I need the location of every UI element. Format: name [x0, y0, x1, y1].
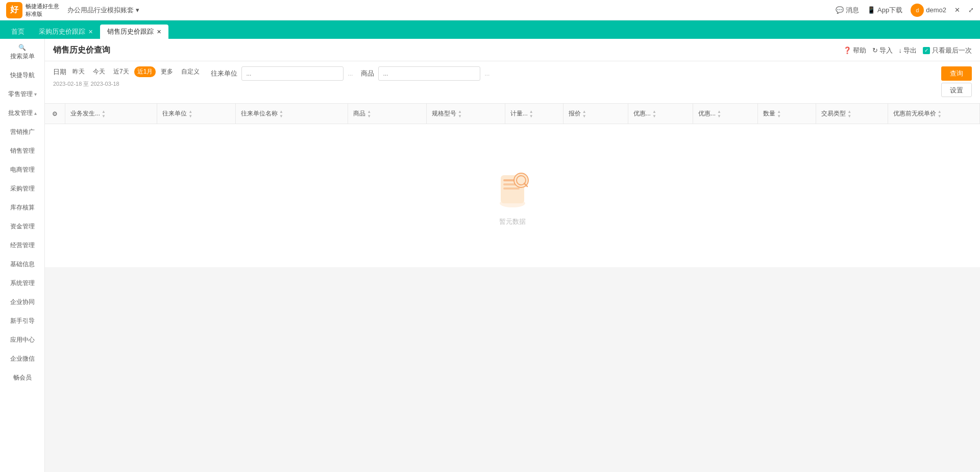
goods-label: 商品	[361, 69, 374, 78]
date-btn-yesterday[interactable]: 昨天	[69, 66, 88, 77]
th-date[interactable]: 业务发生... ▲▼	[65, 104, 157, 124]
tab-home[interactable]: 首页	[4, 25, 32, 39]
message-icon: 💬	[836, 6, 844, 14]
tab-purchase-close[interactable]: ✕	[88, 29, 93, 35]
top-bar: 好 畅捷通好生意 标准版 办公用品行业模拟账套 ▾ 💬 消息 📱 App下载 d…	[0, 0, 980, 20]
search-icon: 🔍	[18, 44, 26, 51]
date-btn-today[interactable]: 今天	[90, 66, 108, 77]
sidebar-item-wholesale[interactable]: 批发管理 ▴	[0, 104, 44, 123]
sidebar-item-inventory[interactable]: 库存核算	[0, 198, 44, 217]
sidebar-item-marketing[interactable]: 营销推广	[0, 123, 44, 141]
help-btn[interactable]: ❓ 帮助	[843, 46, 866, 55]
chevron-down-icon: ▾	[136, 6, 139, 14]
date-filter-group: 日期 昨天 今天 近7天 近1月 更多 自定义 2023-02-18 至 202…	[53, 66, 203, 88]
only-last-checkbox[interactable]: ✓ 只看最后一次	[923, 46, 972, 55]
settings-button[interactable]: 设置	[941, 83, 972, 97]
th-unit[interactable]: 计量... ▲▼	[505, 104, 564, 124]
th-spec[interactable]: 规格型号 ▲▼	[427, 104, 505, 124]
app-download-btn[interactable]: 📱 App下载	[867, 6, 902, 15]
partner-label: 往来单位	[211, 69, 237, 78]
sidebar-item-finance[interactable]: 资金管理	[0, 217, 44, 236]
sidebar-item-label: 新手引导	[10, 317, 35, 325]
date-btn-1month[interactable]: 近1月	[134, 66, 156, 77]
sidebar-item-label: 批发管理	[8, 109, 33, 117]
sort-icon: ▲▼	[938, 109, 942, 119]
page-header: 销售历史价查询 ❓ 帮助 ↻ 导入 ↓ 导出 ✓	[45, 39, 980, 61]
th-price[interactable]: 报价 ▲▼	[564, 104, 628, 124]
sidebar-item-label: 快捷导航	[10, 71, 35, 80]
user-area[interactable]: d demo2	[911, 4, 946, 17]
sidebar-item-quicknav[interactable]: 快捷导航	[0, 66, 44, 85]
sidebar-item-label: 零售管理	[8, 90, 33, 99]
date-btn-more[interactable]: 更多	[158, 66, 176, 77]
partner-input[interactable]	[241, 66, 344, 81]
top-bar-right: 💬 消息 📱 App下载 d demo2 ✕ ⤢	[836, 4, 974, 17]
sidebar-item-label: 基础信息	[10, 260, 35, 269]
partner-filter-group: 往来单位 ...	[211, 66, 353, 81]
filter-bar: 日期 昨天 今天 近7天 近1月 更多 自定义 2023-02-18 至 202…	[45, 61, 980, 104]
sidebar-item-label: 采购管理	[10, 184, 35, 193]
th-unit-name[interactable]: 往来单位名称 ▲▼	[236, 104, 348, 124]
sort-icon: ▲▼	[188, 109, 192, 119]
query-button[interactable]: 查询	[941, 66, 972, 81]
sidebar-item-search[interactable]: 🔍 搜索菜单	[0, 39, 44, 66]
sidebar-item-label: 畅会员	[13, 373, 32, 382]
date-label: 日期	[53, 67, 66, 77]
chevron-down-icon: ▾	[34, 91, 37, 97]
sidebar-item-vip[interactable]: 畅会员	[0, 368, 44, 387]
th-settings[interactable]: ⚙	[45, 104, 65, 124]
page-title: 销售历史价查询	[53, 45, 110, 56]
table-container: ⚙ 业务发生... ▲▼ 往来单位 ▲▼ 往来单位名称 ▲▼ 商品 ▲▼	[45, 104, 980, 267]
empty-state: 暂元数据	[45, 124, 980, 267]
sidebar-item-enterprise[interactable]: 企业协同	[0, 293, 44, 312]
sort-icon: ▲▼	[582, 109, 586, 119]
th-qty[interactable]: 数量 ▲▼	[758, 104, 816, 124]
sidebar-item-purchase-mgmt[interactable]: 采购管理	[0, 179, 44, 198]
goods-input[interactable]	[378, 66, 480, 81]
th-goods[interactable]: 商品 ▲▼	[348, 104, 427, 124]
tab-sales-label: 销售历史价跟踪	[107, 27, 154, 36]
logo-icon: 好	[6, 2, 22, 18]
date-filter-row: 日期 昨天 今天 近7天 近1月 更多 自定义	[53, 66, 203, 77]
th-type[interactable]: 交易类型 ▲▼	[816, 104, 888, 124]
top-bar-left: 好 畅捷通好生意 标准版 办公用品行业模拟账套 ▾	[6, 2, 143, 18]
sort-icon: ▲▼	[279, 109, 283, 119]
import-btn[interactable]: ↻ 导入	[872, 46, 893, 55]
action-buttons: 查询 设置	[941, 66, 972, 97]
tab-sales-close[interactable]: ✕	[157, 29, 161, 35]
th-discount1[interactable]: 优惠... ▲▼	[628, 104, 693, 124]
th-discount2[interactable]: 优惠... ▲▼	[693, 104, 758, 124]
tab-sales[interactable]: 销售历史价跟踪 ✕	[100, 25, 168, 39]
sidebar-item-retail[interactable]: 零售管理 ▾	[0, 85, 44, 104]
sidebar-item-guide[interactable]: 新手引导	[0, 312, 44, 331]
sidebar-item-wechat[interactable]: 企业微信	[0, 349, 44, 368]
date-btn-7days[interactable]: 近7天	[110, 66, 132, 77]
sort-icon: ▲▼	[458, 109, 462, 119]
goods-dots: ...	[484, 70, 489, 77]
sidebar-item-system[interactable]: 系统管理	[0, 274, 44, 293]
window-close-btn[interactable]: ✕	[954, 6, 960, 14]
sidebar-item-label: 资金管理	[10, 222, 35, 231]
sidebar-item-operations[interactable]: 经营管理	[0, 236, 44, 255]
goods-filter-group: 商品 ...	[361, 66, 489, 81]
th-pretax[interactable]: 优惠前无税单价 ▲▼	[888, 104, 980, 124]
partner-dots: ...	[348, 70, 353, 77]
message-btn[interactable]: 💬 消息	[836, 6, 859, 15]
main-layout: 🔍 搜索菜单 快捷导航 零售管理 ▾ 批发管理 ▴ 营销推广 销售管理 电商管理…	[0, 39, 980, 472]
settings-icon: ⚙	[52, 110, 58, 117]
sidebar-item-ecommerce[interactable]: 电商管理	[0, 160, 44, 179]
th-unit-code[interactable]: 往来单位 ▲▼	[157, 104, 236, 124]
company-dropdown[interactable]: 办公用品行业模拟账套 ▾	[63, 6, 143, 15]
tab-purchase[interactable]: 采购历史价跟踪 ✕	[32, 25, 100, 39]
sidebar-item-sales-mgmt[interactable]: 销售管理	[0, 141, 44, 160]
sidebar-item-label: 企业微信	[10, 355, 35, 363]
help-icon: ❓	[843, 46, 851, 54]
sidebar-item-appcenter[interactable]: 应用中心	[0, 331, 44, 349]
date-btn-custom[interactable]: 自定义	[178, 66, 203, 77]
svg-rect-4	[503, 187, 520, 190]
logo-text: 畅捷通好生意 标准版	[26, 3, 59, 17]
window-max-btn[interactable]: ⤢	[968, 6, 974, 14]
date-options: 昨天 今天 近7天 近1月 更多 自定义	[69, 66, 203, 77]
export-btn[interactable]: ↓ 导出	[899, 46, 917, 55]
sidebar-item-basic[interactable]: 基础信息	[0, 255, 44, 274]
